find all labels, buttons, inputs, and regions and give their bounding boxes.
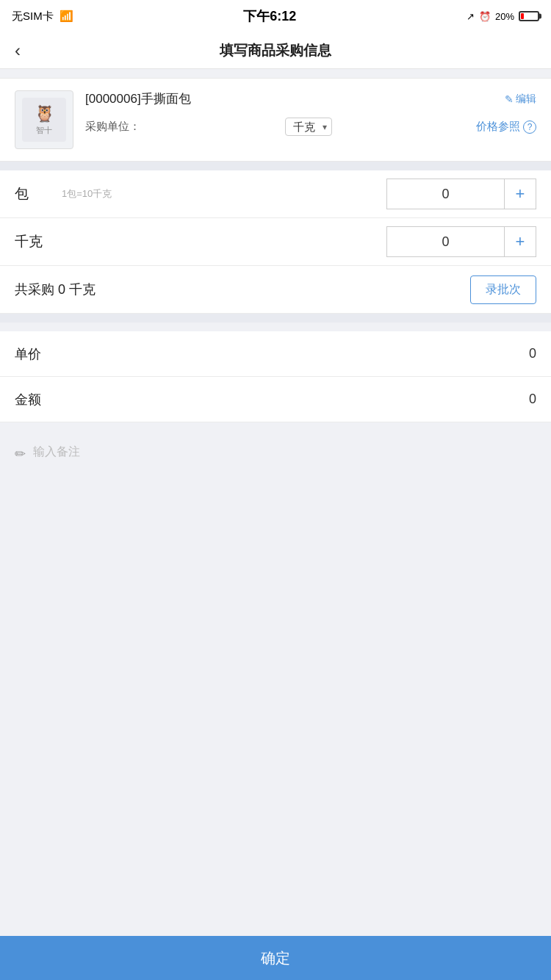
bag-plus-button[interactable]: + <box>504 179 536 209</box>
unit-row: 采购单位： 千克 包 价格参照 ? <box>85 118 536 136</box>
alarm-icon: ⏰ <box>479 11 491 22</box>
time-display: 下午6:12 <box>243 7 296 25</box>
edit-button[interactable]: ✎ 编辑 <box>505 93 536 106</box>
carrier-label: 无SIM卡 <box>12 10 54 24</box>
section-divider-1 <box>0 162 551 170</box>
unit-select[interactable]: 千克 包 <box>285 118 332 136</box>
status-bar: 无SIM卡 📶 下午6:12 ↗ ⏰ 20% <box>0 0 551 32</box>
bottom-space <box>0 490 551 637</box>
battery-icon <box>519 11 539 21</box>
kg-plus-button[interactable]: + <box>504 226 536 257</box>
price-ref-button[interactable]: 价格参照 ? <box>476 120 536 134</box>
product-logo: 🦉 智十 <box>22 98 66 142</box>
unit-label: 采购单位： <box>85 120 140 134</box>
pencil-icon: ✏ <box>15 446 26 462</box>
kg-input-row: 千克 + <box>0 218 551 266</box>
unit-price-label: 单价 <box>15 345 41 363</box>
product-card: 🦉 智十 [0000006]手撕面包 ✎ 编辑 采购单位： 千克 包 价格参照 <box>0 78 551 162</box>
input-section: 包 1包=10千克 + 千克 + <box>0 170 551 266</box>
owl-icon: 🦉 <box>35 104 54 123</box>
price-section: 单价 0 金额 0 <box>0 331 551 422</box>
status-left: 无SIM卡 📶 <box>12 10 73 24</box>
battery-percent: 20% <box>495 11 514 22</box>
confirm-bar[interactable]: 确定 <box>0 936 551 980</box>
bag-label: 包 <box>15 184 59 203</box>
page-title: 填写商品采购信息 <box>220 41 331 60</box>
nav-bar: ‹ 填写商品采购信息 <box>0 32 551 69</box>
unit-price-row: 单价 0 <box>0 331 551 377</box>
unit-price-value: 0 <box>529 346 536 361</box>
notes-placeholder: 输入备注 <box>33 444 80 460</box>
confirm-label: 确定 <box>261 948 290 968</box>
back-button[interactable]: ‹ <box>15 42 21 60</box>
unit-select-wrap[interactable]: 千克 包 <box>285 118 332 136</box>
kg-input-right: + <box>386 226 536 257</box>
bag-sublabel: 1包=10千克 <box>62 187 112 201</box>
batch-button[interactable]: 录批次 <box>470 275 536 304</box>
kg-label: 千克 <box>15 232 59 251</box>
bag-quantity-input[interactable] <box>386 179 504 209</box>
wifi-icon: 📶 <box>60 10 73 23</box>
amount-row: 金额 0 <box>0 377 551 422</box>
price-ref-help-icon: ? <box>523 120 536 134</box>
notes-section[interactable]: ✏ 输入备注 <box>0 431 551 490</box>
logo-text: 智十 <box>36 125 52 136</box>
product-name-row: [0000006]手撕面包 ✎ 编辑 <box>85 90 536 107</box>
product-info: [0000006]手撕面包 ✎ 编辑 采购单位： 千克 包 价格参照 ? <box>85 90 536 136</box>
amount-value: 0 <box>529 392 536 407</box>
section-divider-2 <box>0 314 551 323</box>
product-name: [0000006]手撕面包 <box>85 90 191 107</box>
summary-row: 共采购 0 千克 录批次 <box>0 266 551 314</box>
summary-text: 共采购 0 千克 <box>15 281 96 298</box>
product-thumbnail: 🦉 智十 <box>15 90 73 149</box>
bag-input-right: + <box>386 179 536 209</box>
edit-icon: ✎ <box>505 93 514 105</box>
location-icon: ↗ <box>467 11 475 22</box>
bag-input-row: 包 1包=10千克 + <box>0 170 551 218</box>
status-right: ↗ ⏰ 20% <box>467 11 539 22</box>
kg-quantity-input[interactable] <box>386 226 504 257</box>
amount-label: 金额 <box>15 391 41 408</box>
